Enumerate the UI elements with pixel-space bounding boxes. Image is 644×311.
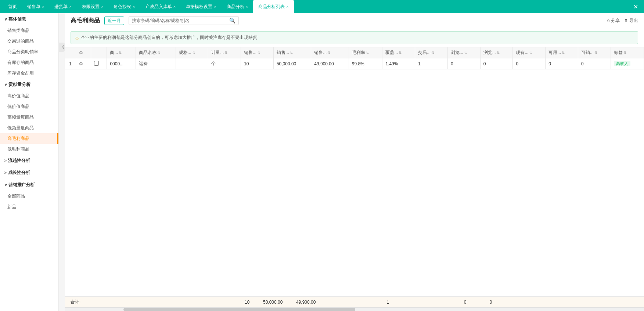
nav-tab-close-purchase[interactable]: × [69,4,71,9]
footer-spec [179,300,205,305]
nav-tab-product-analysis[interactable]: 商品分析× [222,0,253,13]
nav-tab-close-permission[interactable]: × [101,4,103,9]
sidebar-item-high-margin[interactable]: 高毛利商品 [0,133,58,144]
sidebar-group-overall[interactable]: ∨ 整体信息 [0,13,58,25]
nav-tab-purchase[interactable]: 进货单× [49,0,76,13]
nav-tab-product-analysis-list[interactable]: 商品分析列表× [253,0,294,13]
nav-tab-order-template[interactable]: 单据模板设置× [181,0,221,13]
sidebar-item-inventory-capital[interactable]: 库存资金占用 [0,68,58,79]
sidebar-item-new-goods[interactable]: 新品 [0,202,58,212]
col-header-margin-rate[interactable]: 毛利率⇅ [349,47,382,58]
footer-sales-amount: 50,000.00 [252,300,285,305]
nav-tab-close-product-analysis[interactable]: × [246,4,248,9]
col-header-available2[interactable]: 可用...⇅ [546,47,578,58]
row-checkbox[interactable] [94,61,99,66]
sidebar-item-low-margin[interactable]: 低毛利商品 [0,144,58,155]
nav-tab-permission[interactable]: 权限设置× [77,0,108,13]
footer-label: 合计: [71,299,80,305]
sort-icon-available1: ⇅ [529,51,532,55]
nav-tab-role[interactable]: 角色授权× [108,0,140,13]
export-button[interactable]: ⬆ 导出 [624,18,638,24]
cell-browse1: 0 [447,58,480,69]
cell-checkbox[interactable] [91,58,107,69]
sidebar-group-wealth-analysis[interactable]: ∨ 贡献量分析 [0,79,58,91]
sidebar-group-marketing-analysis[interactable]: ∨ 营销推广分析 [0,179,58,191]
nav-tab-close-sales[interactable]: × [42,4,44,9]
filter-button[interactable]: 近一月 [104,17,124,25]
cell-sales-count: 10 [241,58,274,69]
sidebar-item-stocked-goods[interactable]: 有库存的商品 [0,57,58,68]
nav-tab-close-product-analysis-list[interactable]: × [286,4,288,9]
cell-trade-count: 1 [415,58,448,69]
cell-settings[interactable]: ⚙ [76,58,91,69]
sidebar: ∨ 整体信息销售类商品交易过的商品商品分类助销率有库存的商品库存资金占用∨ 贡献… [0,13,59,311]
nav-tab-close-order-template[interactable]: × [214,4,216,9]
col-header-sellable[interactable]: 可销...⇅ [578,47,611,58]
sidebar-item-high-freq[interactable]: 高频量度商品 [0,112,58,123]
sidebar-group-trend-analysis[interactable]: > 流趋性分析 [0,155,58,167]
sidebar-item-high-value[interactable]: 高价值商品 [0,91,58,101]
sort-icon-available2: ⇅ [562,51,565,55]
cell-sellable: 0 [578,58,611,69]
nav-tab-product-entry[interactable]: 产成品入库单× [140,0,181,13]
sidebar-item-low-freq[interactable]: 低频量度商品 [0,123,58,133]
col-header-sales-count[interactable]: 销售...⇅ [241,47,274,58]
horizontal-scrollbar[interactable] [65,307,644,311]
sidebar-item-sales-goods[interactable]: 销售类商品 [0,25,58,36]
sort-icon-sales-amount: ⇅ [290,51,293,55]
sidebar-item-goods-contribution[interactable]: 商品分类助销率 [0,47,58,57]
sidebar-item-label-stocked-goods: 有库存的商品 [7,60,34,65]
sort-icon-sales-profit: ⇅ [327,51,330,55]
sidebar-item-label-sales-goods: 销售类商品 [7,28,29,33]
sidebar-group-arrow-trend-analysis: > [4,159,7,163]
sidebar-item-label-high-value: 高价值商品 [7,93,29,98]
col-header-code[interactable]: 商...⇅ [107,47,136,58]
sidebar-item-low-value[interactable]: 低价值商品 [0,101,58,112]
sort-icon-name: ⇅ [157,51,160,55]
share-button[interactable]: ⎋ 分享 [607,18,620,24]
cell-unit: 个 [208,58,241,69]
sidebar-item-label-low-value: 低价值商品 [7,104,29,109]
col-header-spec[interactable]: 规格...⇅ [176,47,208,58]
col-header-trade-count[interactable]: 交易...⇅ [415,47,448,58]
search-input[interactable] [132,18,229,23]
sidebar-item-all-goods[interactable]: 全部商品 [0,191,58,202]
main-layout: ∨ 整体信息销售类商品交易过的商品商品分类助销率有库存的商品库存资金占用∨ 贡献… [0,13,644,311]
cell-browse2: 0 [480,58,513,69]
col-header-browse2[interactable]: 浏览...⇅ [480,47,513,58]
sidebar-group-label-wealth-analysis: 贡献量分析 [8,82,30,88]
sidebar-group-arrow-marketing-analysis: ∨ [4,183,7,187]
col-header-settings: ⚙ [76,47,91,58]
info-icon: ◇ [75,35,79,40]
table-row: 1⚙0000...运费个1050,000.0049,900.0099.8%1.4… [65,58,644,69]
data-table: ⚙商...⇅商品名称⇅规格...⇅计量...⇅销售...⇅销售...⇅销售...… [65,47,644,69]
nav-tab-close-role[interactable]: × [133,4,135,9]
sidebar-group-label-growth-analysis: 成长性分析 [8,170,30,176]
nav-tab-home[interactable]: 首页 [3,0,22,13]
browse1-link[interactable]: 0 [451,61,453,66]
nav-tab-sales[interactable]: 销售单× [22,0,49,13]
sidebar-group-label-overall: 整体信息 [8,16,26,22]
sidebar-item-label-goods-contribution: 商品分类助销率 [7,49,38,54]
content-header: 高毛利商品 近一月 🔍 ⎋ 分享 ⬆ 导出 [65,13,644,28]
col-header-unit[interactable]: 计量...⇅ [208,47,241,58]
sidebar-item-label-high-freq: 高频量度商品 [7,115,34,120]
col-header-available1[interactable]: 现有...⇅ [513,47,546,58]
col-header-browse1[interactable]: 浏览...⇅ [447,47,480,58]
sidebar-group-growth-analysis[interactable]: > 成长性分析 [0,167,58,179]
col-header-tag[interactable]: 标签⇅ [611,47,644,58]
col-index [65,47,76,58]
footer-browse2 [418,300,443,305]
nav-tab-close-product-entry[interactable]: × [173,4,176,9]
col-header-name[interactable]: 商品名称⇅ [136,47,176,58]
sidebar-collapse-button[interactable]: 《 [59,43,65,52]
footer-browse1 [392,300,418,305]
col-header-coverage[interactable]: 覆盖...⇅ [382,47,415,58]
window-close-button[interactable]: ✕ [630,3,641,10]
col-header-sales-amount[interactable]: 销售...⇅ [273,47,311,58]
col-header-sales-profit[interactable]: 销售...⇅ [311,47,349,58]
sidebar-group-label-marketing-analysis: 营销推广分析 [8,182,35,188]
sidebar-item-traded-goods[interactable]: 交易过的商品 [0,36,58,47]
sidebar-item-label-inventory-capital: 库存资金占用 [7,70,34,76]
row-settings-icon[interactable]: ⚙ [79,61,83,66]
